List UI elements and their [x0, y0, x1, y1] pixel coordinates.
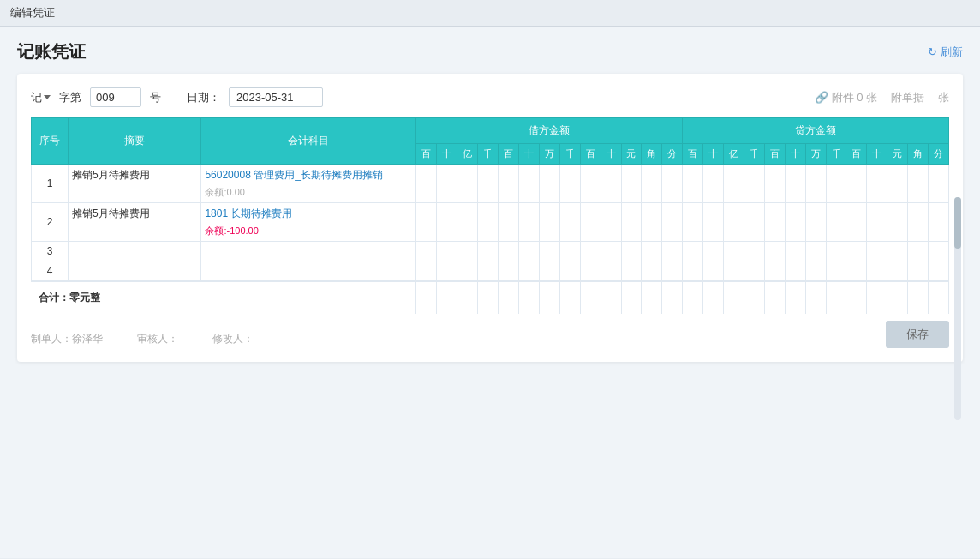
row-2-debit-6[interactable] — [539, 242, 559, 261]
row-2-credit-12[interactable] — [929, 242, 949, 261]
row-3-debit-6[interactable] — [539, 261, 559, 282]
row-summary-0[interactable]: 摊销5月待摊费用 — [69, 165, 201, 203]
row-account-2[interactable] — [201, 242, 416, 261]
date-input[interactable] — [229, 87, 323, 107]
row-1-debit-12[interactable] — [662, 203, 683, 242]
row-1-debit-11[interactable] — [642, 203, 662, 242]
row-3-credit-7[interactable] — [826, 261, 846, 282]
row-0-credit-3[interactable] — [744, 165, 764, 203]
row-0-credit-5[interactable] — [785, 165, 805, 203]
row-1-debit-6[interactable] — [539, 203, 559, 242]
row-0-credit-7[interactable] — [826, 165, 846, 203]
row-1-debit-4[interactable] — [499, 203, 519, 242]
scrollbar-thumb[interactable] — [954, 197, 961, 249]
row-3-debit-2[interactable] — [457, 261, 478, 282]
row-2-debit-9[interactable] — [601, 242, 621, 261]
row-3-credit-11[interactable] — [908, 261, 929, 282]
row-3-credit-1[interactable] — [703, 261, 724, 282]
row-1-credit-3[interactable] — [744, 203, 764, 242]
row-0-credit-0[interactable] — [683, 165, 703, 203]
row-0-debit-7[interactable] — [559, 165, 580, 203]
row-3-credit-3[interactable] — [744, 261, 764, 282]
row-2-credit-10[interactable] — [887, 242, 908, 261]
row-0-debit-12[interactable] — [662, 165, 683, 203]
row-1-credit-12[interactable] — [929, 203, 949, 242]
row-0-debit-5[interactable] — [518, 165, 539, 203]
row-1-debit-2[interactable] — [457, 203, 478, 242]
row-1-credit-10[interactable] — [887, 203, 908, 242]
row-3-credit-6[interactable] — [805, 261, 826, 282]
row-2-credit-0[interactable] — [683, 242, 703, 261]
row-2-debit-5[interactable] — [518, 242, 539, 261]
row-0-debit-11[interactable] — [642, 165, 662, 203]
row-0-credit-10[interactable] — [887, 165, 908, 203]
row-2-credit-2[interactable] — [724, 242, 744, 261]
row-0-credit-12[interactable] — [929, 165, 949, 203]
row-account-3[interactable] — [201, 261, 416, 282]
row-0-debit-8[interactable] — [580, 165, 601, 203]
row-0-credit-1[interactable] — [703, 165, 724, 203]
row-1-debit-8[interactable] — [580, 203, 601, 242]
row-3-debit-8[interactable] — [580, 261, 601, 282]
row-3-debit-5[interactable] — [518, 261, 539, 282]
row-1-credit-7[interactable] — [826, 203, 846, 242]
row-3-debit-11[interactable] — [642, 261, 662, 282]
row-1-credit-6[interactable] — [805, 203, 826, 242]
row-2-credit-11[interactable] — [908, 242, 929, 261]
row-1-debit-0[interactable] — [416, 203, 437, 242]
row-2-debit-2[interactable] — [457, 242, 478, 261]
row-2-credit-7[interactable] — [826, 242, 846, 261]
row-2-credit-8[interactable] — [846, 242, 867, 261]
row-3-credit-4[interactable] — [764, 261, 785, 282]
row-0-debit-2[interactable] — [457, 165, 478, 203]
row-1-debit-1[interactable] — [437, 203, 457, 242]
row-2-debit-10[interactable] — [621, 242, 642, 261]
row-0-debit-3[interactable] — [478, 165, 499, 203]
row-3-debit-4[interactable] — [499, 261, 519, 282]
row-1-credit-2[interactable] — [724, 203, 744, 242]
row-1-credit-8[interactable] — [846, 203, 867, 242]
row-0-credit-11[interactable] — [908, 165, 929, 203]
row-2-debit-7[interactable] — [559, 242, 580, 261]
row-0-debit-1[interactable] — [437, 165, 457, 203]
voucher-type-button[interactable]: 记 — [31, 90, 51, 105]
row-3-debit-7[interactable] — [559, 261, 580, 282]
row-1-credit-0[interactable] — [683, 203, 703, 242]
attachment-link[interactable]: 🔗 附件 0 张 — [815, 90, 877, 105]
row-1-credit-5[interactable] — [785, 203, 805, 242]
row-1-debit-5[interactable] — [518, 203, 539, 242]
row-3-debit-9[interactable] — [601, 261, 621, 282]
row-account-0[interactable]: 56020008 管理费用_长期待摊费用摊销余额:0.00 — [201, 165, 416, 203]
row-3-debit-12[interactable] — [662, 261, 683, 282]
scrollbar[interactable] — [954, 197, 961, 420]
row-1-debit-9[interactable] — [601, 203, 621, 242]
row-3-credit-10[interactable] — [887, 261, 908, 282]
row-3-credit-9[interactable] — [867, 261, 887, 282]
row-2-debit-8[interactable] — [580, 242, 601, 261]
row-0-debit-6[interactable] — [539, 165, 559, 203]
row-summary-3[interactable] — [69, 261, 201, 282]
row-2-credit-6[interactable] — [805, 242, 826, 261]
row-0-debit-4[interactable] — [499, 165, 519, 203]
row-1-debit-3[interactable] — [478, 203, 499, 242]
save-button[interactable]: 保存 — [886, 321, 949, 348]
row-2-debit-11[interactable] — [642, 242, 662, 261]
row-3-debit-0[interactable] — [416, 261, 437, 282]
row-1-credit-4[interactable] — [764, 203, 785, 242]
row-3-credit-2[interactable] — [724, 261, 744, 282]
row-3-debit-1[interactable] — [437, 261, 457, 282]
refresh-button[interactable]: ↻ 刷新 — [928, 45, 963, 60]
row-2-credit-9[interactable] — [867, 242, 887, 261]
row-1-debit-7[interactable] — [559, 203, 580, 242]
row-0-credit-9[interactable] — [867, 165, 887, 203]
row-1-debit-10[interactable] — [621, 203, 642, 242]
row-0-debit-0[interactable] — [416, 165, 437, 203]
row-2-debit-1[interactable] — [437, 242, 457, 261]
row-2-debit-0[interactable] — [416, 242, 437, 261]
row-0-credit-6[interactable] — [805, 165, 826, 203]
row-0-credit-2[interactable] — [724, 165, 744, 203]
row-summary-1[interactable]: 摊销5月待摊费用 — [69, 203, 201, 242]
row-2-credit-3[interactable] — [744, 242, 764, 261]
row-3-debit-3[interactable] — [478, 261, 499, 282]
row-0-debit-10[interactable] — [621, 165, 642, 203]
